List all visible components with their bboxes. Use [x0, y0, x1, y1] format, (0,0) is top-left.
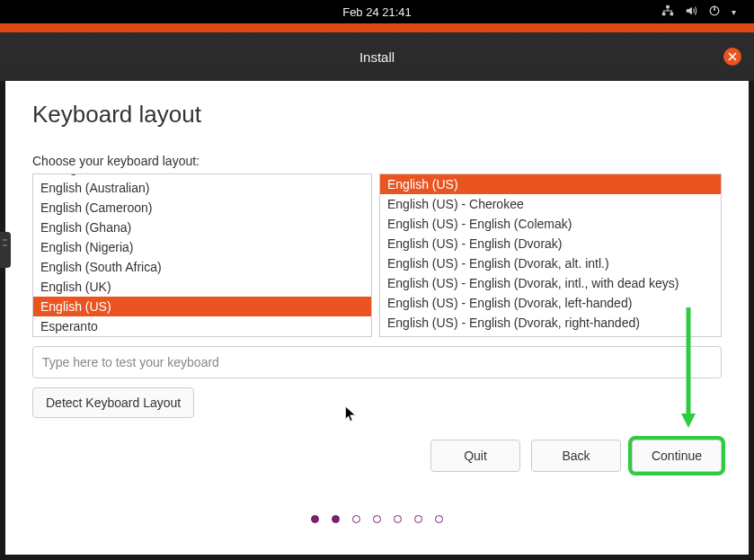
system-top-bar: Feb 24 21:41 ▾: [0, 0, 754, 23]
power-icon[interactable]: [708, 4, 721, 20]
list-item[interactable]: English (US): [33, 297, 371, 316]
progress-dot: [332, 515, 340, 523]
list-item[interactable]: English (US) - English (Dvorak): [380, 234, 721, 253]
progress-dot: [414, 515, 422, 523]
list-item[interactable]: English (US) - English (Dvorak, intl., w…: [380, 273, 721, 293]
layout-prompt: Choose your keyboard layout:: [32, 154, 722, 168]
list-item[interactable]: English (US) - English (Dvorak, right-ha…: [380, 313, 721, 333]
keyboard-test-input[interactable]: [32, 346, 722, 378]
list-item[interactable]: English (US) - English (Dvorak, alt. int…: [380, 253, 721, 273]
clock: Feb 24 21:41: [342, 5, 412, 19]
svg-rect-1: [662, 12, 666, 15]
list-item[interactable]: English (US) - English (Colemak): [380, 214, 721, 234]
continue-button[interactable]: Continue: [632, 440, 722, 472]
list-item[interactable]: English (Ghana): [33, 218, 371, 237]
layout-language-list[interactable]: DzongkhaEnglish (Australian)English (Cam…: [32, 173, 372, 337]
list-item[interactable]: English (US): [380, 174, 721, 194]
window-titlebar: Install: [0, 29, 754, 81]
svg-rect-2: [670, 12, 674, 15]
installer-content: Keyboard layout Choose your keyboard lay…: [5, 81, 749, 555]
list-item[interactable]: English (US) - English (Dvorak, left-han…: [380, 293, 721, 313]
progress-dot: [435, 515, 443, 523]
svg-rect-0: [666, 4, 670, 8]
back-button[interactable]: Back: [531, 440, 621, 472]
list-item[interactable]: English (US) - Cherokee: [380, 194, 721, 214]
progress-dot: [373, 515, 381, 523]
detect-layout-button[interactable]: Detect Keyboard Layout: [32, 387, 194, 418]
list-item[interactable]: English (Cameroon): [33, 198, 371, 218]
list-item[interactable]: Esperanto: [33, 316, 371, 336]
progress-dot: [394, 515, 402, 523]
volume-icon[interactable]: [685, 4, 697, 20]
progress-dots: [32, 515, 722, 523]
progress-dot: [352, 515, 360, 523]
list-item[interactable]: English (South Africa): [33, 257, 371, 277]
quit-button[interactable]: Quit: [430, 440, 520, 472]
network-icon[interactable]: [661, 4, 674, 20]
page-title: Keyboard layout: [32, 101, 722, 129]
nav-buttons: Quit Back Continue: [32, 440, 722, 472]
window-close-button[interactable]: [723, 48, 741, 66]
chevron-down-icon[interactable]: ▾: [732, 7, 736, 17]
progress-dot: [311, 515, 319, 523]
system-tray[interactable]: ▾: [661, 4, 736, 20]
layout-lists: DzongkhaEnglish (Australian)English (Cam…: [32, 173, 722, 337]
window-title: Install: [359, 49, 395, 65]
layout-variant-list[interactable]: English (US)English (US) - CherokeeEngli…: [379, 173, 722, 337]
list-item[interactable]: English (Nigeria): [33, 237, 371, 257]
close-icon: [728, 52, 737, 61]
list-item[interactable]: English (UK): [33, 277, 371, 297]
dock-handle[interactable]: [0, 232, 11, 268]
list-item[interactable]: English (Australian): [33, 178, 371, 198]
